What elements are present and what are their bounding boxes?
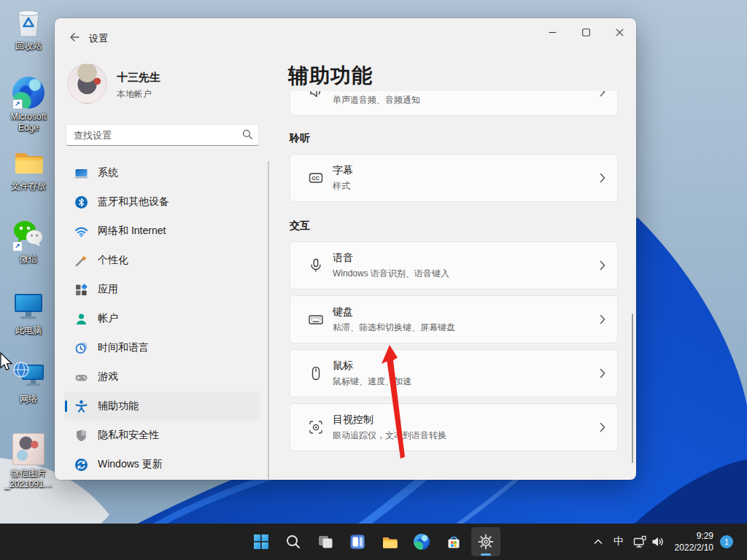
ime-indicator[interactable]: 中 [610, 533, 627, 551]
apps-icon [74, 283, 88, 297]
audio-icon [308, 91, 324, 100]
settings-search [66, 124, 259, 146]
section-header-interaction: 交互 [290, 219, 310, 233]
nav-label: 蓝牙和其他设备 [98, 195, 169, 209]
desktop-icon-label: 微信图片_2021091… [0, 468, 57, 490]
row-subtitle: Windows 语音识别、语音键入 [333, 268, 449, 280]
back-arrow-icon [69, 31, 80, 43]
nav-item-bluetooth[interactable]: 蓝牙和其他设备 [64, 187, 260, 217]
image-file-icon [12, 433, 45, 467]
maximize-icon [582, 28, 590, 36]
settings-gear-icon [477, 533, 495, 551]
chevron-right-icon [600, 173, 605, 183]
search-input[interactable] [66, 124, 259, 146]
desktop-icon-folder[interactable]: 文件存放 [0, 146, 57, 192]
widgets-button[interactable] [343, 527, 372, 556]
account-person-icon [74, 312, 88, 326]
eye-control-icon [308, 419, 324, 435]
hidden-icons-button[interactable] [589, 533, 607, 551]
wifi-icon [74, 225, 88, 238]
nav-label: 时间和语言 [98, 341, 149, 354]
nav-label: 应用 [98, 283, 118, 296]
shield-icon [74, 429, 88, 443]
system-icon [74, 166, 88, 180]
nav-item-network[interactable]: 网络和 Internet [64, 217, 260, 246]
store-icon [446, 534, 462, 550]
network-icon [12, 359, 45, 392]
speaker-icon [650, 534, 665, 549]
row-audio[interactable]: 单声道音频、音频通知 [290, 91, 618, 116]
nav-label: 帐户 [98, 312, 118, 325]
minimize-icon [549, 28, 557, 36]
desktop-icon-wechat-image[interactable]: 微信图片_2021091… [0, 432, 57, 490]
row-subtitle: 粘滞、筛选和切换键、屏幕键盘 [333, 322, 455, 334]
nav-item-personalization[interactable]: 个性化 [64, 246, 260, 275]
desktop-icon-network[interactable]: 网络 [0, 359, 57, 405]
content-scrollbar[interactable] [632, 314, 633, 463]
folder-icon [12, 146, 45, 179]
microphone-icon [308, 257, 324, 273]
nav-label: 辅助功能 [98, 400, 139, 413]
row-mouse[interactable]: 鼠标 鼠标键、速度、加速 [290, 349, 618, 397]
row-captions[interactable]: CC 字幕 样式 [290, 154, 618, 202]
nav-item-privacy[interactable]: 隐私和安全性 [64, 421, 260, 450]
bluetooth-icon [74, 195, 88, 209]
desktop-icon-edge[interactable]: ↗ Microsoft Edge [0, 76, 57, 133]
row-eye-control[interactable]: 目视控制 眼动追踪仪，文本到语音转换 [290, 403, 618, 451]
desktop-icon-label: 此电脑 [0, 325, 57, 336]
row-speech[interactable]: 语音 Windows 语音识别、语音键入 [290, 241, 618, 289]
chevron-right-icon [600, 314, 605, 324]
desktop-icon-label: 回收站 [0, 41, 57, 52]
nav-item-time-language[interactable]: 时间和语言 [64, 333, 260, 362]
taskbar-clock[interactable]: 9:29 2022/2/10 [675, 530, 713, 553]
store-button[interactable] [439, 527, 468, 556]
widgets-icon [349, 534, 365, 550]
nav-item-accessibility[interactable]: 辅助功能 [64, 392, 260, 421]
nav-item-gaming[interactable]: 游戏 [64, 362, 260, 392]
desktop-icon-wechat[interactable]: ↗ 微信 [0, 219, 57, 265]
clock-time: 9:29 [675, 530, 713, 542]
search-button[interactable] [279, 527, 308, 556]
mouse-icon [308, 365, 324, 381]
edge-taskbar-icon [414, 534, 430, 550]
desktop-icon-label: Microsoft Edge [0, 112, 57, 133]
file-explorer-button[interactable] [375, 527, 404, 556]
sidebar-scrollbar[interactable] [268, 161, 269, 479]
maximize-button[interactable] [569, 18, 603, 46]
nav-item-apps[interactable]: 应用 [64, 275, 260, 304]
start-button[interactable] [247, 527, 276, 556]
notification-badge[interactable]: 1 [720, 535, 733, 548]
nav-label: 个性化 [98, 254, 128, 267]
nav-label: 隐私和安全性 [98, 429, 159, 442]
nav-item-windows-update[interactable]: Windows 更新 [64, 450, 260, 479]
edge-button[interactable] [407, 527, 436, 556]
nav-label: Windows 更新 [98, 458, 163, 471]
close-button[interactable] [603, 18, 636, 46]
row-subtitle: 眼动追踪仪，文本到语音转换 [333, 429, 446, 442]
minimize-button[interactable] [535, 18, 569, 46]
back-button[interactable] [63, 27, 85, 47]
row-subtitle: 鼠标键、速度、加速 [333, 376, 411, 388]
user-avatar[interactable] [67, 63, 107, 104]
nav-item-system[interactable]: 系统 [64, 158, 260, 187]
row-title: 语音 [333, 252, 353, 265]
settings-button[interactable] [471, 527, 500, 556]
nav-item-accounts[interactable]: 帐户 [64, 304, 260, 333]
gamepad-icon [74, 370, 88, 384]
this-pc-icon [12, 290, 45, 324]
nav-label: 游戏 [98, 370, 118, 384]
row-title: 字幕 [333, 164, 353, 177]
row-keyboard[interactable]: 键盘 粘滞、筛选和切换键、屏幕键盘 [290, 295, 618, 343]
captions-icon: CC [308, 170, 324, 186]
keyboard-icon [308, 311, 324, 327]
volume-tray-icon[interactable] [649, 533, 666, 551]
chevron-right-icon [600, 422, 605, 432]
desktop-icon-label: 网络 [0, 394, 57, 405]
task-view-button[interactable] [311, 527, 340, 556]
network-tray-icon[interactable] [631, 533, 649, 551]
shortcut-arrow-badge: ↗ [12, 99, 23, 109]
desktop-icon-this-pc[interactable]: 此电脑 [0, 290, 57, 336]
desktop-icon-recycle-bin[interactable]: 回收站 [0, 6, 57, 52]
window-title: 设置 [89, 32, 108, 45]
file-explorer-icon [382, 534, 398, 550]
